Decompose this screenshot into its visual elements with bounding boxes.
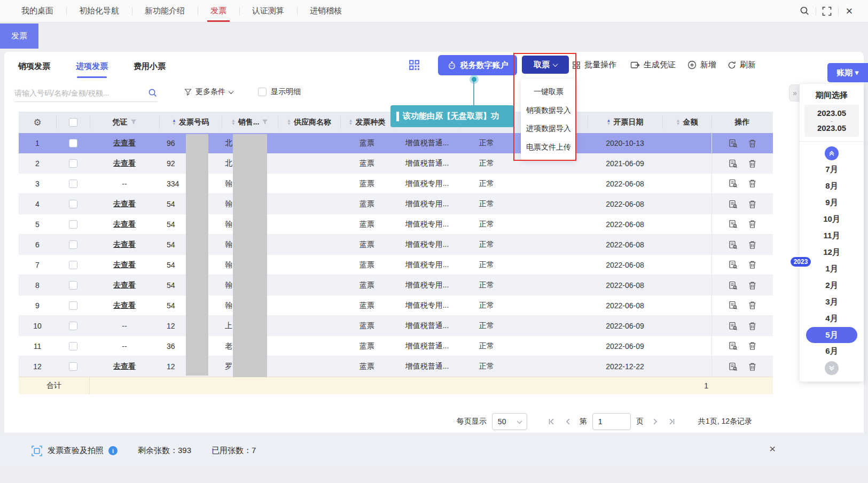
voucher-link[interactable]: 去查看 xyxy=(113,260,136,270)
col-invoice-kind[interactable]: ▲▼ 发票种类 xyxy=(340,112,394,133)
period-range[interactable]: 2023.05 - 2023.05 xyxy=(804,105,859,137)
more-conditions-button[interactable]: 更多条件 xyxy=(184,87,233,97)
nav-tab[interactable]: 初始化导航 × xyxy=(66,0,132,22)
nav-tab[interactable]: 我的桌面 × xyxy=(9,0,66,22)
col-seller[interactable]: ▲▼ 销售... xyxy=(222,112,278,133)
row-checkbox[interactable] xyxy=(69,180,77,188)
voucher-link[interactable]: 去查看 xyxy=(113,240,136,250)
table-row[interactable]: 6 去查看 54 翰 蓝票 增值税专用... 正常 2022-06-08 xyxy=(19,235,773,255)
table-row[interactable]: 1 去查看 96 北 蓝票 增值税普通... 正常 2020-10-13 xyxy=(19,133,773,153)
table-row[interactable]: 11 -- 36 老 蓝票 增值税普通... 正常 2022-06-09 xyxy=(19,336,773,356)
voucher-link[interactable]: 去查看 xyxy=(113,301,136,310)
month-item[interactable]: 2月 xyxy=(806,277,857,294)
row-checkbox[interactable] xyxy=(69,342,77,350)
table-row[interactable]: 2 去查看 92 北 蓝票 增值税普通... 正常 2021-06-09 xyxy=(19,153,773,174)
delete-icon[interactable] xyxy=(748,139,756,148)
nav-tab[interactable]: 认证测算 × xyxy=(239,0,297,22)
month-item[interactable]: 1月 xyxy=(806,261,857,277)
month-item[interactable]: 4月 xyxy=(806,310,857,327)
add-new-button[interactable]: 新增 xyxy=(687,60,716,70)
row-checkbox[interactable] xyxy=(69,240,77,249)
voucher-link[interactable]: -- xyxy=(122,342,127,350)
show-detail-checkbox[interactable] xyxy=(258,88,267,96)
panel-collapse-handle[interactable]: » xyxy=(789,84,801,102)
month-item[interactable]: 12月 xyxy=(806,244,857,261)
sort-icons[interactable]: ▲▼ xyxy=(172,119,176,126)
tax-digital-account-button[interactable]: 税务数字账户 xyxy=(438,55,517,75)
view-voucher-icon[interactable] xyxy=(729,260,738,269)
scroll-down-icon[interactable] xyxy=(825,361,839,375)
delete-icon[interactable] xyxy=(748,220,756,229)
info-icon[interactable]: i xyxy=(108,446,118,455)
filter-funnel-icon[interactable] xyxy=(130,118,137,127)
view-voucher-icon[interactable] xyxy=(729,322,738,331)
row-checkbox[interactable] xyxy=(69,200,77,208)
col-invoice-no[interactable]: ▲▼ 发票号码 xyxy=(159,112,222,133)
invoice-verify-entry[interactable]: 发票查验及拍照 i xyxy=(31,445,118,457)
row-checkbox[interactable] xyxy=(69,139,77,147)
view-voucher-icon[interactable] xyxy=(729,240,738,250)
view-voucher-icon[interactable] xyxy=(729,281,738,290)
col-amount[interactable]: ▲▼ 金额 xyxy=(662,112,711,133)
row-checkbox[interactable] xyxy=(69,281,77,290)
view-voucher-icon[interactable] xyxy=(729,362,738,371)
table-row[interactable]: 5 去查看 54 翰 蓝票 增值税专用... 正常 2022-06-08 xyxy=(19,214,773,235)
next-page-icon[interactable] xyxy=(649,416,661,427)
month-item[interactable]: 5月 xyxy=(806,327,857,343)
table-row[interactable]: 8 去查看 54 翰 蓝票 增值税专用... 正常 2022-06-08 xyxy=(19,275,773,295)
row-checkbox[interactable] xyxy=(69,362,77,371)
month-item[interactable]: 10月 xyxy=(806,211,857,228)
table-row[interactable]: 3 -- 334 翰 蓝票 增值税专用... 正常 2022-06-08 xyxy=(19,174,773,194)
period-button[interactable]: 账期▾ xyxy=(827,63,868,82)
sort-icons[interactable]: ▲▼ xyxy=(287,119,291,126)
voucher-link[interactable]: -- xyxy=(122,322,127,330)
content-tab[interactable]: 进项发票 xyxy=(75,56,109,79)
sort-icons[interactable]: ▲▼ xyxy=(607,119,611,126)
voucher-link[interactable]: 去查看 xyxy=(113,281,136,290)
voucher-link[interactable]: 去查看 xyxy=(113,362,136,371)
sort-icons[interactable]: ▲▼ xyxy=(231,119,236,126)
prev-page-icon[interactable] xyxy=(562,416,574,427)
table-row[interactable]: 12 去查看 12 罗 蓝票 增值税普通... 正常 2022-12-22 xyxy=(19,356,773,377)
view-voucher-icon[interactable] xyxy=(729,179,738,188)
page-tab-invoice[interactable]: 发票 xyxy=(0,24,38,49)
dropdown-menu-item[interactable]: 一键取票 xyxy=(521,86,576,97)
month-item[interactable]: 11月 xyxy=(806,228,857,244)
month-item[interactable]: 9月 xyxy=(806,194,857,211)
col-issue-date[interactable]: ▲▼ 开票日期 xyxy=(588,112,662,133)
row-checkbox[interactable] xyxy=(69,261,77,269)
generate-voucher-button[interactable]: 生成凭证 xyxy=(630,60,676,70)
search-input[interactable] xyxy=(14,89,148,97)
table-row[interactable]: 10 -- 12 上 蓝票 增值税普通... 正常 2022-06-09 xyxy=(19,316,773,336)
delete-icon[interactable] xyxy=(748,322,756,331)
content-tab[interactable]: 销项发票 xyxy=(17,56,51,79)
show-detail-toggle[interactable]: 显示明细 xyxy=(258,87,301,97)
month-item[interactable]: 3月 xyxy=(806,294,857,310)
dropdown-menu-item[interactable]: 销项数据导入 xyxy=(521,105,576,115)
table-row[interactable]: 4 去查看 54 翰 蓝票 增值税专用... 正常 2022-06-08 xyxy=(19,194,773,214)
table-row[interactable]: 9 去查看 54 翰 蓝票 增值税专用... 正常 2022-06-08 xyxy=(19,295,773,316)
sort-icons[interactable]: ▲▼ xyxy=(676,119,681,126)
last-page-icon[interactable] xyxy=(666,416,678,427)
delete-icon[interactable] xyxy=(748,341,756,350)
filter-funnel-icon[interactable] xyxy=(262,118,268,127)
month-item[interactable]: 8月 xyxy=(806,178,857,194)
view-voucher-icon[interactable] xyxy=(729,159,738,168)
col-voucher[interactable]: 凭证 xyxy=(90,112,159,133)
voucher-link[interactable]: 去查看 xyxy=(113,138,136,148)
delete-icon[interactable] xyxy=(748,179,756,188)
voucher-link[interactable]: 去查看 xyxy=(113,199,136,209)
delete-icon[interactable] xyxy=(748,159,756,168)
month-item[interactable]: 6月 xyxy=(806,343,857,360)
fullscreen-icon[interactable] xyxy=(816,0,838,22)
dropdown-menu-item[interactable]: 进项数据导入 xyxy=(521,123,576,134)
search-icon[interactable] xyxy=(148,88,158,98)
sort-icons[interactable]: ▲▼ xyxy=(349,119,353,126)
col-supplier[interactable]: ▲▼ 供应商名称 xyxy=(278,112,340,133)
content-tab[interactable]: 费用小票 xyxy=(132,56,167,79)
get-invoice-button[interactable]: 取票 xyxy=(522,56,569,74)
voucher-link[interactable]: 去查看 xyxy=(113,159,136,168)
scroll-up-icon[interactable] xyxy=(825,146,839,160)
nav-tab[interactable]: 新功能介绍 × xyxy=(132,0,198,22)
delete-icon[interactable] xyxy=(748,362,756,371)
